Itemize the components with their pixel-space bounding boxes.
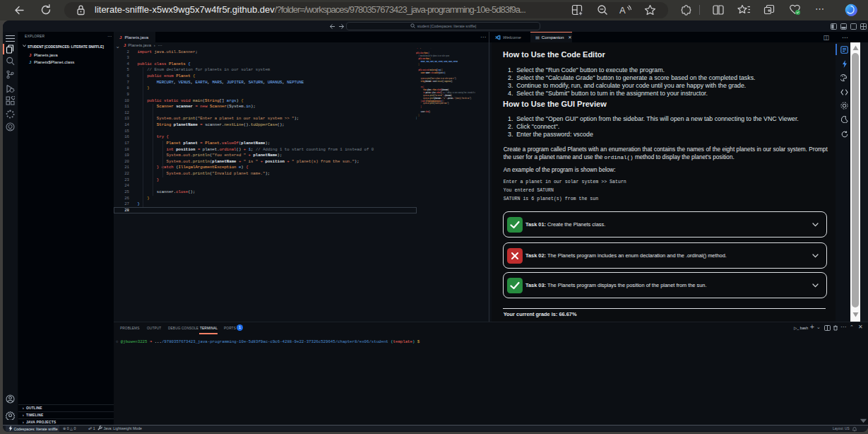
- svg-text:A: A: [619, 5, 626, 16]
